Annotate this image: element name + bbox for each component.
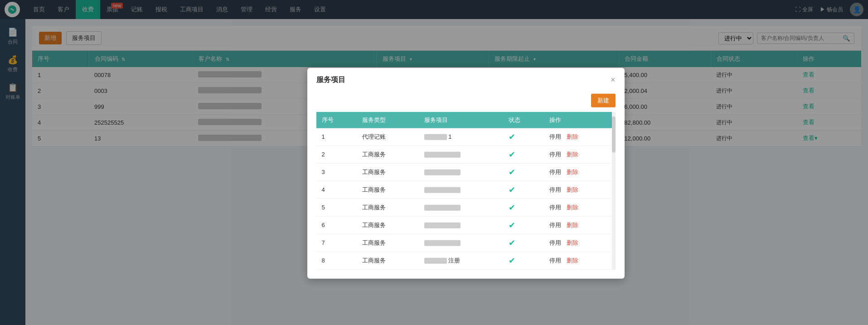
modal-cell-status: ✔ <box>503 252 544 269</box>
modal-scroll-area: 序号 服务类型 服务项目 状态 操作 1 代理记账 1 ✔ 停用 删除 2 工商… <box>316 112 616 269</box>
modal-cell-action[interactable]: 停用 删除 <box>544 216 615 234</box>
modal-cell-status: ✔ <box>503 146 544 163</box>
modal-title: 服务项目 <box>316 75 345 84</box>
delete-button[interactable]: 删除 <box>567 186 578 193</box>
list-item: 1 代理记账 1 ✔ 停用 删除 <box>316 128 616 146</box>
modal-cell-action[interactable]: 停用 删除 <box>544 146 615 163</box>
modal-cell-item <box>419 234 504 252</box>
stop-button[interactable]: 停用 <box>549 186 561 193</box>
modal-cell-status: ✔ <box>503 163 544 181</box>
modal-cell-type: 工商服务 <box>357 146 418 163</box>
modal-col-action: 操作 <box>544 112 615 128</box>
modal-cell-type: 工商服务 <box>357 252 418 269</box>
delete-button[interactable]: 删除 <box>567 204 578 210</box>
modal-cell-item <box>419 216 504 234</box>
modal-toolbar: 新建 <box>316 89 616 112</box>
list-item: 2 工商服务 ✔ 停用 删除 <box>316 146 616 163</box>
modal-cell-action[interactable]: 停用 删除 <box>544 199 615 216</box>
modal-cell-action[interactable]: 停用 删除 <box>544 234 615 252</box>
modal-cell-item <box>419 199 504 216</box>
modal-cell-seq: 3 <box>316 163 357 181</box>
delete-button[interactable]: 删除 <box>567 168 578 175</box>
stop-button[interactable]: 停用 <box>549 133 561 140</box>
modal-cell-action[interactable]: 停用 删除 <box>544 128 615 146</box>
modal-body: 新建 序号 服务类型 服务项目 状态 操作 1 代理记账 1 ✔ 停用 <box>307 89 625 278</box>
modal-cell-type: 工商服务 <box>357 199 418 216</box>
stop-button[interactable]: 停用 <box>549 204 561 210</box>
modal-col-type: 服务类型 <box>357 112 418 128</box>
modal-cell-item <box>419 181 504 199</box>
delete-button[interactable]: 删除 <box>567 133 578 140</box>
stop-button[interactable]: 停用 <box>549 239 561 246</box>
list-item: 8 工商服务 注册 ✔ 停用 删除 <box>316 252 616 269</box>
delete-button[interactable]: 删除 <box>567 150 578 157</box>
modal-cell-item: 1 <box>419 128 504 146</box>
modal-cell-type: 工商服务 <box>357 181 418 199</box>
stop-button[interactable]: 停用 <box>549 150 561 157</box>
modal-header: 服务项目 × <box>307 68 625 89</box>
stop-button[interactable]: 停用 <box>549 257 561 263</box>
list-item: 3 工商服务 ✔ 停用 删除 <box>316 163 616 181</box>
service-table: 序号 服务类型 服务项目 状态 操作 1 代理记账 1 ✔ 停用 删除 2 工商… <box>316 112 616 269</box>
modal-cell-type: 工商服务 <box>357 234 418 252</box>
modal-cell-seq: 6 <box>316 216 357 234</box>
modal-cell-seq: 2 <box>316 146 357 163</box>
modal-cell-seq: 7 <box>316 234 357 252</box>
modal-cell-status: ✔ <box>503 181 544 199</box>
modal-new-button[interactable]: 新建 <box>591 93 616 107</box>
list-item: 7 工商服务 ✔ 停用 删除 <box>316 234 616 252</box>
modal-cell-seq: 5 <box>316 199 357 216</box>
modal-cell-seq: 4 <box>316 181 357 199</box>
modal-close-button[interactable]: × <box>611 75 616 84</box>
modal-cell-item <box>419 146 504 163</box>
scrollbar-thumb[interactable] <box>612 116 616 152</box>
modal-cell-item <box>419 163 504 181</box>
delete-button[interactable]: 删除 <box>567 221 578 228</box>
modal-cell-type: 代理记账 <box>357 128 418 146</box>
modal-col-seq: 序号 <box>316 112 357 128</box>
delete-button[interactable]: 删除 <box>567 239 578 246</box>
list-item: 6 工商服务 ✔ 停用 删除 <box>316 216 616 234</box>
stop-button[interactable]: 停用 <box>549 221 561 228</box>
delete-button[interactable]: 删除 <box>567 257 578 263</box>
scrollbar-track <box>612 112 616 269</box>
modal-cell-type: 工商服务 <box>357 163 418 181</box>
modal-cell-action[interactable]: 停用 删除 <box>544 181 615 199</box>
modal-cell-action[interactable]: 停用 删除 <box>544 163 615 181</box>
modal-cell-action[interactable]: 停用 删除 <box>544 252 615 269</box>
modal-col-status: 状态 <box>503 112 544 128</box>
stop-button[interactable]: 停用 <box>549 168 561 175</box>
service-modal: 服务项目 × 新建 序号 服务类型 服务项目 状态 操作 1 代理记账 <box>307 68 625 278</box>
modal-cell-type: 工商服务 <box>357 216 418 234</box>
modal-cell-seq: 1 <box>316 128 357 146</box>
modal-cell-status: ✔ <box>503 128 544 146</box>
modal-cell-status: ✔ <box>503 216 544 234</box>
modal-cell-item: 注册 <box>419 252 504 269</box>
list-item: 4 工商服务 ✔ 停用 删除 <box>316 181 616 199</box>
modal-cell-status: ✔ <box>503 234 544 252</box>
modal-col-item: 服务项目 <box>419 112 504 128</box>
list-item: 5 工商服务 ✔ 停用 删除 <box>316 199 616 216</box>
modal-cell-seq: 8 <box>316 252 357 269</box>
modal-cell-status: ✔ <box>503 199 544 216</box>
